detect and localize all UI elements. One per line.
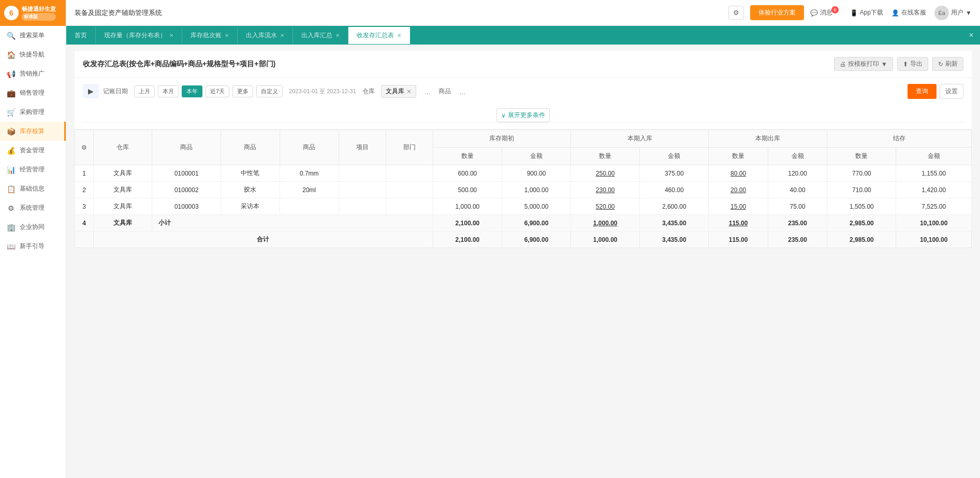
subtotal-label: 小计 [152, 215, 433, 231]
sidebar-item-marketing[interactable]: 📢 营销推广 [0, 64, 66, 83]
tab-batch[interactable]: 库存批次账 ✕ [182, 27, 238, 44]
row3-in-qty[interactable]: 520.00 [571, 198, 640, 215]
refresh-button[interactable]: ↻ 刷新 [932, 57, 963, 71]
col-warehouse-header: 仓库 [94, 130, 152, 165]
print-button[interactable]: 🖨 按模板打印 ▼ [834, 57, 893, 71]
tab-inout-flow[interactable]: 出入库流水 ✕ [238, 27, 293, 44]
sidebar-item-enterprise[interactable]: 🏢 企业协同 [0, 218, 66, 237]
sidebar-item-operations[interactable]: 📊 经营管理 [0, 160, 66, 179]
col-settings-header[interactable]: ⚙ [75, 130, 94, 165]
row3-opening-amt: 5,000.00 [502, 198, 571, 215]
goods-label: 商品 [438, 87, 451, 96]
table-row: 1 文具库 0100001 中性笔 0.7mm 600.00 900.00 25… [75, 165, 972, 182]
trial-button[interactable]: 体验行业方案 [750, 5, 804, 20]
table-header-group: ⚙ 仓库 商品 商品 商品 项目 部门 库存期初 本期入库 本期出库 结存 [75, 130, 972, 148]
sidebar-item-search[interactable]: 🔍 搜索菜单 [0, 26, 66, 45]
row1-department [386, 165, 433, 182]
sidebar-item-quicknav-label: 快捷导航 [20, 50, 45, 59]
row1-closing-amt: 1,155.00 [896, 165, 972, 182]
subtotal-in-qty[interactable]: 1,000.00 [571, 215, 640, 231]
warehouse-tag-remove[interactable]: ✕ [406, 88, 412, 95]
logo-text: 畅捷通好生意 [22, 5, 56, 13]
tab-batch-label: 库存批次账 [191, 31, 222, 40]
sidebar-item-purchase[interactable]: 🛒 采购管理 [0, 103, 66, 122]
row1-goodsname: 中性笔 [221, 165, 280, 182]
date-btn-this-month[interactable]: 本月 [158, 85, 179, 97]
tab-batch-close[interactable]: ✕ [225, 33, 229, 38]
refresh-icon: ↻ [938, 61, 943, 68]
row3-closing-qty: 1,505.00 [827, 198, 896, 215]
warehouse-tag[interactable]: 文具库 ✕ [381, 85, 416, 98]
sidebar-item-search-label: 搜索菜单 [20, 31, 45, 40]
filter-settings-button[interactable]: 设置 [940, 84, 963, 99]
tab-stock-summary[interactable]: 收发存汇总表 ✕ [348, 27, 410, 44]
col-settings-icon: ⚙ [81, 144, 87, 151]
filter-toggle-btn[interactable]: ▶ [83, 84, 99, 98]
online-service-btn[interactable]: 👤 在线客服 [891, 8, 926, 17]
sidebar-item-sales[interactable]: 💼 销售管理 [0, 83, 66, 103]
subtotal-closing-qty: 2,985.00 [827, 215, 896, 231]
tabs-close-all[interactable]: ✕ [962, 27, 980, 43]
row1-goodscode: 0100001 [152, 165, 221, 182]
tab-home[interactable]: 首页 [66, 27, 96, 44]
expand-btn[interactable]: ∨ 展开更多条件 [496, 108, 550, 122]
tab-inout-flow-label: 出入库流水 [246, 31, 277, 40]
sidebar-logo: 6 畅捷通好生意 标准版 [0, 0, 66, 26]
purchase-icon: 🛒 [6, 108, 16, 117]
sidebar-item-basicinfo[interactable]: 📋 基础信息 [0, 179, 66, 198]
tab-home-label: 首页 [75, 31, 87, 40]
subtotal-out-qty[interactable]: 115.00 [709, 215, 768, 231]
tab-inout-flow-close[interactable]: ✕ [280, 33, 284, 38]
logo-badge: 标准版 [22, 13, 56, 21]
col-closing-header: 结存 [827, 130, 972, 148]
total-closing-amt: 10,100.00 [896, 231, 972, 248]
gear-button[interactable]: ⚙ [728, 6, 744, 20]
date-btn-more[interactable]: 更多 [232, 85, 253, 97]
tab-inout-summary[interactable]: 出入库汇总 ✕ [293, 27, 348, 44]
row1-in-qty[interactable]: 250.00 [571, 165, 640, 182]
tab-stock-summary-close[interactable]: ✕ [397, 33, 401, 38]
row1-index: 1 [75, 165, 94, 182]
col-in-qty-header: 数量 [571, 148, 640, 165]
row1-out-qty[interactable]: 80.00 [709, 165, 768, 182]
total-opening-qty: 2,100.00 [433, 231, 502, 248]
message-btn[interactable]: 💬 消息 6 [810, 8, 842, 17]
system-icon: ⚙ [6, 204, 16, 212]
col-goodsspec-header: 商品 [280, 130, 339, 165]
warehouse-ellipsis[interactable]: ... [422, 88, 433, 96]
export-button[interactable]: ⬆ 导出 [897, 57, 928, 71]
row2-out-amt: 40.00 [768, 182, 827, 198]
print-dropdown-icon: ▼ [881, 61, 887, 68]
total-out-qty: 115.00 [709, 231, 768, 248]
sidebar-item-guide[interactable]: 📖 新手引导 [0, 237, 66, 256]
date-btn-last-month[interactable]: 上月 [134, 85, 155, 97]
row1-in-amt: 375.00 [640, 165, 709, 182]
col-in-amt-header: 金额 [640, 148, 709, 165]
sidebar-item-inventory[interactable]: 📦 库存核算 [0, 122, 66, 141]
date-btn-this-year[interactable]: 本年 [182, 85, 202, 97]
row2-in-qty[interactable]: 230.00 [571, 182, 640, 198]
subtotal-warehouse: 文具库 [94, 215, 152, 231]
row3-out-qty[interactable]: 15.00 [709, 198, 768, 215]
sidebar-item-system[interactable]: ⚙ 系统管理 [0, 198, 66, 218]
goods-ellipsis[interactable]: ... [457, 88, 467, 96]
query-button[interactable]: 查询 [908, 84, 937, 99]
download-icon: 📱 [850, 9, 858, 17]
total-label: 合计 [94, 231, 433, 248]
date-btn-7days[interactable]: 近7天 [206, 85, 229, 97]
sidebar-item-finance[interactable]: 💰 资金管理 [0, 141, 66, 160]
app-download-btn[interactable]: 📱 App下载 [850, 8, 883, 17]
sidebar-item-enterprise-label: 企业协同 [20, 223, 45, 231]
date-btn-custom[interactable]: 自定义 [256, 85, 283, 97]
sales-icon: 💼 [6, 89, 16, 97]
sidebar-item-system-label: 系统管理 [20, 204, 45, 212]
tab-inout-summary-close[interactable]: ✕ [335, 33, 340, 38]
user-menu[interactable]: Ea 用户 ▼ [934, 6, 972, 20]
row2-opening-amt: 1,000.00 [502, 182, 571, 198]
tab-inventory-dist[interactable]: 现存量（库存分布表） ✕ [96, 27, 182, 44]
row3-goodsname: 采访本 [221, 198, 280, 215]
row2-out-qty[interactable]: 20.00 [709, 182, 768, 198]
tab-inventory-dist-close[interactable]: ✕ [169, 33, 173, 38]
table-container: ⚙ 仓库 商品 商品 商品 项目 部门 库存期初 本期入库 本期出库 结存 [75, 129, 972, 248]
sidebar-item-quicknav[interactable]: 🏠 快捷导航 [0, 45, 66, 64]
